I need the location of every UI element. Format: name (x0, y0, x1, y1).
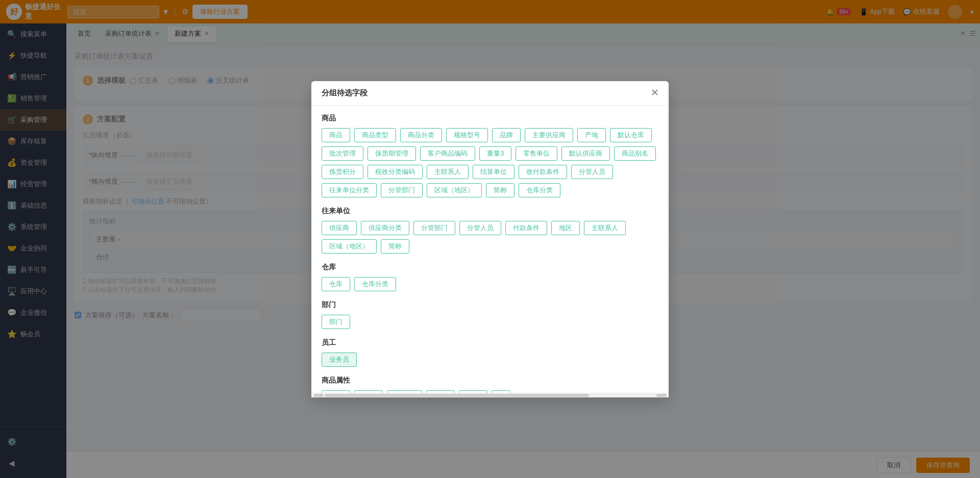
section-warehouse-title: 仓库 (322, 263, 658, 272)
modal-body: 商品 商品 商品类型 商品分类 规格型号 品牌 主要供应商 产地 默认仓库 批次… (311, 106, 669, 393)
section-dept: 部门 部门 (322, 300, 658, 329)
field-tag-warehouse-category[interactable]: 仓库分类 (519, 183, 560, 197)
section-partner-tags: 供应商 供应商分类 分管部门 分管人员 付款条件 地区 主联系人 区域（地区） … (322, 221, 658, 254)
section-dept-tags: 部门 (322, 315, 658, 329)
h-scroll-left-area (313, 394, 324, 397)
section-employee: 员工 业务员 (322, 338, 658, 367)
section-employee-title: 员工 (322, 338, 658, 347)
h-scroll-thumb (325, 394, 589, 397)
section-dept-title: 部门 (322, 300, 658, 310)
field-tag-goods-type[interactable]: 商品类型 (354, 128, 396, 142)
field-tag-main-supplier[interactable]: 主要供应商 (525, 128, 573, 142)
field-tag-goods-category[interactable]: 商品分类 (400, 128, 442, 142)
field-tag-partner-managing-dept[interactable]: 分管部门 (413, 221, 455, 235)
field-tag-salesperson[interactable]: 业务员 (322, 353, 357, 367)
modal-title: 分组待选字段 (322, 88, 368, 98)
section-goods-title: 商品 (322, 114, 658, 123)
field-tag-customer-code[interactable]: 客户商品编码 (420, 146, 475, 161)
field-tag-retail-unit[interactable]: 零售单位 (516, 146, 557, 161)
field-tag-manager-person[interactable]: 分管人员 (571, 165, 613, 179)
section-warehouse-tags: 仓库 仓库分类 (322, 277, 658, 291)
field-tag-batch-mgmt[interactable]: 批次管理 (322, 146, 363, 161)
field-tag-related-unit-category[interactable]: 往来单位分类 (322, 183, 377, 197)
field-tag-short-name[interactable]: 简称 (486, 183, 514, 197)
field-tag-default-supplier[interactable]: 默认供应商 (561, 146, 610, 161)
section-goods-attr: 商品属性 属性 颜色 多规格 尺码 鞋码 1 (322, 376, 658, 393)
field-tag-dept[interactable]: 部门 (322, 315, 350, 329)
section-employee-tags: 业务员 (322, 353, 658, 367)
modal-dialog: 分组待选字段 ✕ 商品 商品 商品类型 商品分类 规格型号 品牌 主要供应商 产… (311, 81, 669, 397)
field-tag-settlement-unit[interactable]: 结算单位 (473, 165, 514, 179)
field-tag-supplier-category[interactable]: 供应商分类 (361, 221, 409, 235)
field-tag-tax-code[interactable]: 税收分类编码 (368, 165, 423, 179)
section-goods-attr-title: 商品属性 (322, 376, 658, 385)
field-tag-main-contact[interactable]: 主联系人 (427, 165, 469, 179)
field-tag-region[interactable]: 区域（地区） (427, 183, 482, 197)
field-tag-brand[interactable]: 品牌 (492, 128, 521, 142)
section-goods-tags: 商品 商品类型 商品分类 规格型号 品牌 主要供应商 产地 默认仓库 批次管理 … (322, 128, 658, 197)
h-scroll-track[interactable] (325, 394, 655, 397)
field-tag-goods[interactable]: 商品 (322, 128, 350, 142)
modal-bottom-scrollbar[interactable] (311, 393, 669, 397)
field-tag-district[interactable]: 地区 (551, 221, 580, 235)
field-tag-weight3[interactable]: 重量3 (479, 146, 511, 161)
section-partner: 往来单位 供应商 供应商分类 分管部门 分管人员 付款条件 地区 主联系人 区域… (322, 207, 658, 254)
modal-close-button[interactable]: ✕ (651, 88, 658, 97)
field-tag-warehouse-cat[interactable]: 仓库分类 (354, 277, 396, 291)
field-tag-spec-model[interactable]: 规格型号 (446, 128, 488, 142)
field-tag-supplier[interactable]: 供应商 (322, 221, 357, 235)
field-tag-payment-terms[interactable]: 收付款条件 (519, 165, 567, 179)
modal-header: 分组待选字段 ✕ (311, 81, 669, 106)
field-tag-partner-managing-person[interactable]: 分管人员 (459, 221, 501, 235)
field-tag-partner-short-name[interactable]: 简称 (381, 239, 409, 254)
field-tag-managing-dept[interactable]: 分管部门 (381, 183, 423, 197)
h-scroll-right-area (656, 394, 667, 397)
field-tag-warehouse[interactable]: 仓库 (322, 277, 350, 291)
field-tag-shelf-life-mgmt[interactable]: 保质期管理 (368, 146, 416, 161)
field-tag-goods-alias[interactable]: 商品别名 (614, 146, 656, 161)
field-tag-partner-main-contact[interactable]: 主联系人 (584, 221, 626, 235)
field-tag-partner-region[interactable]: 区域（地区） (322, 239, 377, 254)
modal-overlay[interactable]: 分组待选字段 ✕ 商品 商品 商品类型 商品分类 规格型号 品牌 主要供应商 产… (0, 0, 980, 478)
section-goods: 商品 商品 商品类型 商品分类 规格型号 品牌 主要供应商 产地 默认仓库 批次… (322, 114, 658, 197)
field-tag-payment-condition[interactable]: 付款条件 (505, 221, 547, 235)
field-tag-pick-points[interactable]: 拣货积分 (322, 165, 363, 179)
section-partner-title: 往来单位 (322, 207, 658, 216)
field-tag-default-warehouse[interactable]: 默认仓库 (610, 128, 652, 142)
field-tag-origin[interactable]: 产地 (577, 128, 606, 142)
section-warehouse: 仓库 仓库 仓库分类 (322, 263, 658, 291)
